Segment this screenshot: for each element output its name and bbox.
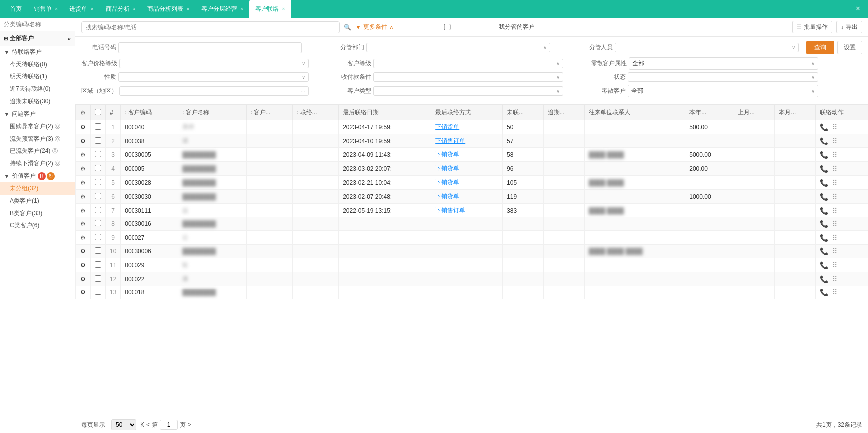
contact-phone-icon[interactable]: 📞 (820, 207, 828, 215)
row-last-contact-way[interactable]: 下销货单 (431, 148, 503, 162)
phone-input[interactable] (118, 42, 302, 53)
row-settings[interactable]: ⚙ (76, 245, 91, 258)
sidebar-item-today[interactable]: 今天待联络(0) (0, 58, 75, 71)
row-settings[interactable]: ⚙ (76, 120, 91, 134)
more-conditions-btn[interactable]: ▼ 更多条件 ∧ (355, 23, 394, 31)
overdue-col[interactable]: 逾期... (543, 105, 584, 120)
contact-more-icon[interactable]: ⠿ (832, 207, 837, 215)
row-checkbox[interactable] (91, 245, 106, 258)
row-checkbox[interactable] (91, 217, 106, 231)
main-search-input[interactable] (81, 21, 340, 33)
row-last-contact-way[interactable] (431, 286, 503, 299)
contact-phone-icon[interactable]: 📞 (820, 165, 828, 173)
row-checkbox[interactable] (91, 204, 106, 217)
row-last-contact-way[interactable] (431, 245, 503, 258)
group-problem-customers[interactable]: ▼ 问题客户 (0, 108, 75, 120)
row-last-contact-way[interactable]: 下销售订单 (431, 204, 503, 217)
payment-select[interactable]: ∨ (373, 72, 564, 82)
reset-button[interactable]: 设置 (837, 41, 862, 54)
row-checkbox[interactable] (91, 176, 106, 190)
contact-phone-icon[interactable]: 📞 (820, 179, 828, 187)
close-all-tabs[interactable]: × (852, 4, 864, 13)
row-last-contact-way[interactable] (431, 231, 503, 245)
sidebar-search-input[interactable] (4, 21, 75, 28)
contact-phone-icon[interactable]: 📞 (820, 123, 828, 131)
region-select[interactable]: ··· (119, 86, 309, 96)
nav-sales[interactable]: 销售单 × (28, 0, 64, 18)
dept-select[interactable]: ∨ (366, 43, 550, 52)
sidebar-item-a-class[interactable]: A类客户(1) (0, 195, 75, 207)
row-checkbox[interactable] (91, 272, 106, 286)
nav-sales-close[interactable]: × (55, 6, 58, 12)
contact-more-icon[interactable]: ⠿ (832, 137, 837, 145)
nature-select[interactable]: ∨ (118, 72, 309, 82)
row-last-contact-way[interactable]: 下销货单 (431, 162, 503, 176)
select-all-checkbox[interactable] (95, 109, 101, 115)
contact-phone-icon[interactable]: 📞 (820, 193, 828, 201)
nav-customer-contact-close[interactable]: × (282, 6, 285, 12)
this-month-col[interactable]: 本月... (775, 105, 815, 120)
page-input[interactable] (160, 420, 178, 430)
row-settings[interactable]: ⚙ (76, 176, 91, 190)
customer-level-select[interactable]: ∨ (373, 59, 564, 68)
nav-analysis[interactable]: 商品分析 × (100, 0, 141, 18)
search-icon[interactable]: 🔍 (344, 24, 351, 31)
contact-phone-icon[interactable]: 📞 (820, 247, 828, 255)
prev-page-btn[interactable]: < (146, 421, 150, 428)
contact-more-icon[interactable]: ⠿ (832, 261, 837, 269)
group-pending-contact[interactable]: ▼ 待联络客户 (0, 46, 75, 58)
my-customers-check[interactable]: 我分管的客户 (398, 23, 534, 31)
nav-customer-seg-close[interactable]: × (240, 6, 243, 12)
price-level-select[interactable]: ∨ (119, 59, 309, 68)
sidebar-item-7days[interactable]: 近7天待联络(0) (0, 83, 75, 95)
row-settings[interactable]: ⚙ (76, 162, 91, 176)
all-customers-header[interactable]: ⊞ 全部客户 « (0, 31, 75, 46)
row-last-contact-way[interactable] (431, 258, 503, 272)
row-last-contact-way[interactable] (431, 272, 503, 286)
row-last-contact-way[interactable]: 下销售订单 (431, 134, 503, 148)
type-col[interactable]: : 客户... (246, 105, 292, 120)
contact-col[interactable]: : 联络... (292, 105, 338, 120)
row-settings[interactable]: ⚙ (76, 134, 91, 148)
status-select[interactable]: ∨ (628, 72, 818, 82)
retail-attr-select[interactable]: 全部 ∨ (629, 57, 818, 70)
nav-customer-contact[interactable]: 客户联络 × (249, 0, 291, 18)
contact-more-icon[interactable]: ⠿ (832, 123, 837, 131)
contact-more-icon[interactable]: ⠿ (832, 179, 837, 187)
first-page-btn[interactable]: K (140, 421, 144, 428)
row-checkbox[interactable] (91, 258, 106, 272)
next-page-btn[interactable]: > (188, 421, 191, 428)
row-settings[interactable]: ⚙ (76, 190, 91, 204)
last-contact-date-col[interactable]: 最后联络日期 (339, 105, 431, 120)
row-settings[interactable]: ⚙ (76, 217, 91, 231)
row-checkbox[interactable] (91, 120, 106, 134)
row-checkbox[interactable] (91, 286, 106, 299)
row-settings[interactable]: ⚙ (76, 272, 91, 286)
sidebar-item-abnormal[interactable]: 囤购异常客户(2) ⓪ (0, 120, 75, 133)
row-checkbox[interactable] (91, 231, 106, 245)
contact-phone-icon[interactable]: 📞 (820, 137, 828, 145)
contact-phone-icon[interactable]: 📞 (820, 151, 828, 159)
nav-purchase[interactable]: 进货单 × (64, 0, 99, 18)
sidebar-item-churn-warning[interactable]: 流失预警客户(3) ⓪ (0, 133, 75, 145)
row-settings[interactable]: ⚙ (76, 204, 91, 217)
row-checkbox[interactable] (91, 162, 106, 176)
batch-ops-btn[interactable]: ☰ 批量操作 (792, 21, 832, 33)
sidebar-item-c-class[interactable]: C类客户(6) (0, 219, 75, 232)
name-col[interactable]: : 客户名称 (178, 105, 246, 120)
sidebar-item-b-class[interactable]: B类客户(33) (0, 207, 75, 219)
nav-analysis-list-close[interactable]: × (186, 6, 189, 12)
contact-more-icon[interactable]: ⠿ (832, 289, 837, 296)
contact-more-icon[interactable]: ⠿ (832, 275, 837, 283)
my-customers-checkbox[interactable] (398, 24, 497, 30)
query-button[interactable]: 查询 (806, 41, 834, 54)
contact-more-icon[interactable]: ⠿ (832, 165, 837, 173)
page-size-select[interactable]: 50 100 200 (111, 419, 136, 430)
row-last-contact-way[interactable]: 下销货单 (431, 120, 503, 134)
contact-more-icon[interactable]: ⠿ (832, 151, 837, 159)
contact-phone-icon[interactable]: 📞 (820, 220, 828, 228)
row-settings[interactable]: ⚙ (76, 231, 91, 245)
nav-analysis-list[interactable]: 商品分析列表 × (141, 0, 195, 18)
row-settings[interactable]: ⚙ (76, 286, 91, 299)
customer-type-select[interactable]: ∨ (373, 86, 564, 96)
